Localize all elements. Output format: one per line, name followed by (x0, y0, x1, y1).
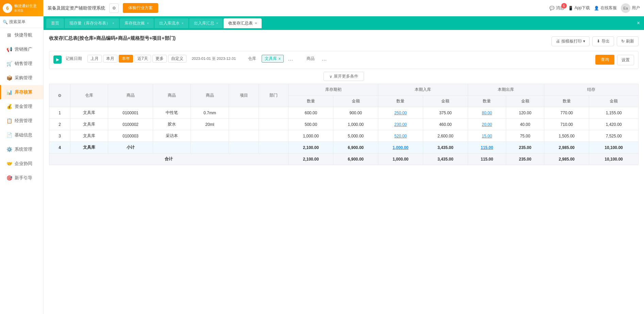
cell-out-amt: 120.00 (506, 107, 544, 119)
online-service-action[interactable]: 👤 在线客服 (594, 5, 617, 11)
sidebar-item-inventory[interactable]: 📊 库存核算 (0, 85, 43, 99)
cell-no: 3 (49, 130, 70, 142)
warehouse-more[interactable]: ... (286, 55, 294, 62)
page-title: 收发存汇总表(按仓库+商品编码+商品+规格型号+项目+部门) (49, 35, 176, 42)
tab-close-stock-dist[interactable]: × (112, 21, 114, 25)
cell-in-amt: 2,600.00 (423, 130, 468, 142)
print-button[interactable]: 🖨 按模板打印 ▾ (551, 36, 590, 46)
cell-spec: 20ml (191, 119, 229, 130)
expand-button[interactable]: ∨ 展开更多条件 (324, 72, 364, 81)
avatar: Ea (621, 3, 630, 13)
tab-close-inout-flow[interactable]: × (182, 21, 184, 25)
filter-area: ▶ 记账日期 上月 本月 本年 近7天 更多 自定义 (49, 51, 639, 69)
sub-in-qty[interactable]: 1,000.00 (378, 142, 423, 153)
table-total-row: 合计 2,100.00 6,900.00 1,000.00 3,435.00 1… (49, 153, 639, 165)
trial-button[interactable]: 体验行业方案 (123, 3, 158, 13)
table-body: 1 文具库 0100001 中性笔 0.7mm 600.00 900.00 25… (49, 107, 639, 153)
cell-project (229, 107, 259, 119)
export-button[interactable]: ⬇ 导出 (592, 36, 614, 46)
settings-button[interactable]: 设置 (617, 55, 634, 65)
cell-no: 1 (49, 107, 70, 119)
date-btn-this-month[interactable]: 本月 (103, 55, 117, 63)
config-button[interactable]: ⚙ (109, 3, 119, 13)
tab-close-batch[interactable]: × (147, 21, 149, 25)
cell-project (229, 130, 259, 142)
tab-collect-summary[interactable]: 收发存汇总表 × (224, 18, 262, 28)
th-spec: 商品 (191, 84, 229, 107)
sub-out-qty[interactable]: 115.00 (468, 142, 506, 153)
quick-nav-icon: ⊞ (6, 32, 12, 38)
sidebar-item-operations[interactable]: 📋 经营管理 (0, 114, 43, 128)
th-in: 本期入库 (378, 84, 468, 96)
cell-in-qty[interactable]: 250.00 (378, 107, 423, 119)
query-button[interactable]: 查询 (595, 55, 614, 65)
sidebar-item-quick-nav[interactable]: ⊞ 快捷导航 (0, 28, 43, 42)
cell-in-qty[interactable]: 520.00 (378, 130, 423, 142)
tab-bar: 首页 现存量（库存分布表） × 库存批次账 × 出入库流水 × 出入库汇总 × … (44, 16, 644, 30)
filter-toggle[interactable]: ▶ (53, 55, 62, 64)
cell-out-qty[interactable]: 20.00 (468, 119, 506, 130)
sidebar-item-guide[interactable]: 🎯 新手引导 (0, 171, 43, 185)
cell-in-amt: 375.00 (423, 107, 468, 119)
cell-end-qty: 710.00 (544, 119, 589, 130)
phone-icon: 📱 (568, 6, 573, 11)
date-btn-more[interactable]: 更多 (152, 55, 167, 63)
total-label: 合计 (49, 153, 288, 165)
tab-home[interactable]: 首页 (46, 18, 64, 28)
sidebar-item-finance[interactable]: 💰 资金管理 (0, 99, 43, 114)
cell-in-qty[interactable]: 230.00 (378, 119, 423, 130)
user-action[interactable]: Ea 用户 (621, 3, 640, 13)
sidebar-item-purchase[interactable]: 📦 采购管理 (0, 71, 43, 85)
th-code: 商品 (108, 84, 153, 107)
tab-stock-dist[interactable]: 现存量（库存分布表） × (65, 18, 119, 28)
cell-out-qty[interactable]: 15.00 (468, 130, 506, 142)
sub-end-amt: 10,100.00 (589, 142, 639, 153)
cell-dept (259, 130, 288, 142)
sub-begin-amt: 6,900.00 (333, 142, 378, 153)
sales-icon: 🛒 (6, 61, 12, 66)
cell-code: 0100001 (108, 107, 153, 119)
tab-close-collect-summary[interactable]: × (255, 21, 257, 25)
date-btn-custom[interactable]: 自定义 (168, 55, 186, 63)
data-table: ⚙ 仓库 商品 商品 商品 项目 部门 库存期初 本期入库 本期出库 结存 (49, 84, 639, 165)
tag-close-icon[interactable]: × (278, 56, 281, 61)
th-settings: ⚙ (49, 84, 70, 107)
app-download-action[interactable]: 📱 App下载 (568, 5, 590, 11)
th-dept: 部门 (259, 84, 288, 107)
table-header-group: ⚙ 仓库 商品 商品 商品 项目 部门 库存期初 本期入库 本期出库 结存 (49, 84, 639, 96)
total-out-amt: 235.00 (506, 153, 544, 165)
search-menu[interactable]: 🔍 搜索菜单 (0, 16, 43, 28)
tab-inout-flow[interactable]: 出入库流水 × (154, 18, 188, 28)
sidebar-item-marketing[interactable]: 📢 营销推广 (0, 42, 43, 56)
th-in-amt: 金额 (423, 96, 468, 107)
message-action[interactable]: 💬 消息 6 (549, 5, 564, 11)
sidebar-item-system[interactable]: ⚙️ 系统管理 (0, 142, 43, 156)
tab-bar-close[interactable]: × (635, 19, 641, 28)
cell-in-amt: 460.00 (423, 119, 468, 130)
product-more[interactable]: ... (320, 55, 328, 62)
sidebar-item-corp[interactable]: 🤝 企业协同 (0, 156, 43, 171)
tab-inout-summary[interactable]: 出入库汇总 × (189, 18, 223, 28)
th-end-amt: 金额 (589, 96, 639, 107)
date-btn-prev-month[interactable]: 上月 (87, 55, 102, 63)
cell-begin-amt: 1,000.00 (333, 119, 378, 130)
sidebar: 6 畅捷通好生意 标准版 🔍 搜索菜单 ⊞ 快捷导航 📢 营销推广 🛒 销售管理… (0, 0, 44, 314)
sub-warehouse: 文具库 (70, 142, 108, 153)
refresh-button[interactable]: ↻ 刷新 (617, 36, 639, 46)
finance-icon: 💰 (6, 104, 12, 109)
date-label: 记账日期 (66, 56, 82, 62)
warehouse-tag[interactable]: 文具库 × (262, 55, 284, 63)
cell-warehouse: 文具库 (70, 107, 108, 119)
filter-rows: 记账日期 上月 本月 本年 近7天 更多 自定义 2023-01-01 至 20… (66, 55, 591, 63)
logo-icon: 6 (3, 3, 12, 13)
date-btn-7days[interactable]: 近7天 (134, 55, 151, 63)
date-btn-this-year[interactable]: 本年 (119, 55, 133, 63)
sidebar-item-sales[interactable]: 🛒 销售管理 (0, 56, 43, 71)
tab-batch[interactable]: 库存批次账 × (120, 18, 154, 28)
sidebar-item-base-info[interactable]: 📄 基础信息 (0, 128, 43, 142)
main-area: 装备及固定资产辅助管理系统 ⚙ 体验行业方案 💬 消息 6 📱 App下载 👤 … (44, 0, 644, 314)
cell-out-qty[interactable]: 80.00 (468, 107, 506, 119)
product-label: 商品 (307, 56, 315, 62)
tab-close-inout-summary[interactable]: × (216, 21, 218, 25)
cell-warehouse: 文具库 (70, 130, 108, 142)
